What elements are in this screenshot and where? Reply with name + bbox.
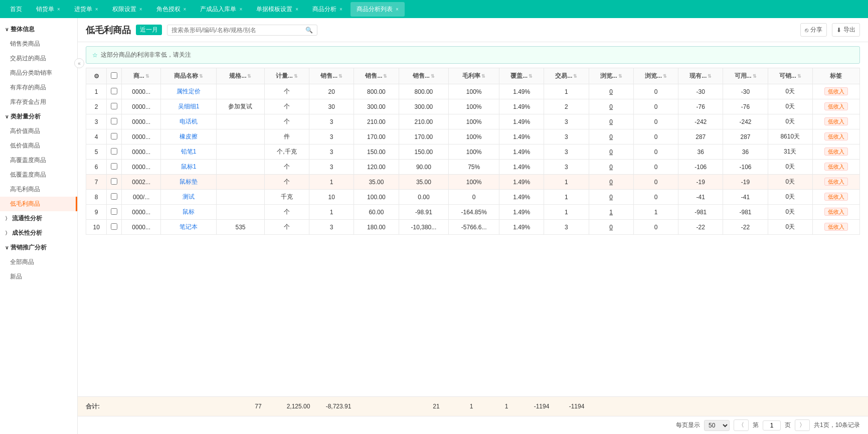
close-product-analysis-icon[interactable]: × bbox=[339, 7, 342, 12]
row-name[interactable]: 铅笔1 bbox=[161, 144, 217, 160]
current-page-input[interactable] bbox=[763, 420, 781, 430]
row-select-checkbox[interactable] bbox=[111, 208, 117, 215]
export-button[interactable]: ⬇ 导出 bbox=[832, 23, 860, 37]
row-select-checkbox[interactable] bbox=[111, 148, 117, 155]
nav-permission-settings[interactable]: 权限设置 × bbox=[106, 2, 148, 17]
close-template-icon[interactable]: × bbox=[295, 7, 298, 12]
row-name[interactable]: 鼠标垫 bbox=[161, 175, 217, 190]
sidebar-item-capital[interactable]: 库存资金占用 bbox=[0, 95, 77, 109]
nav-product-analysis[interactable]: 商品分析 × bbox=[306, 2, 349, 17]
col-coverage[interactable]: 覆盖...⇅ bbox=[499, 68, 544, 84]
row-name[interactable]: 笔记本 bbox=[161, 220, 217, 235]
row-checkbox[interactable] bbox=[107, 144, 122, 160]
row-name[interactable]: 吴细细1 bbox=[161, 99, 217, 114]
row-checkbox[interactable] bbox=[107, 114, 122, 129]
row-name[interactable]: 测试 bbox=[161, 190, 217, 205]
row-select-checkbox[interactable] bbox=[111, 118, 117, 124]
nav-finished-goods[interactable]: 产成品入库单 × bbox=[194, 2, 248, 17]
row-views1[interactable]: 0 bbox=[589, 99, 633, 114]
col-available[interactable]: 可用...⇅ bbox=[723, 68, 768, 84]
col-sales-qty[interactable]: 销售...⇅ bbox=[309, 68, 354, 84]
close-finished-goods-icon[interactable]: × bbox=[239, 7, 242, 12]
nav-product-analysis-list[interactable]: 商品分析列表 × bbox=[351, 2, 405, 17]
sidebar-item-high-margin[interactable]: 高毛利商品 bbox=[0, 182, 77, 197]
row-checkbox[interactable] bbox=[107, 160, 122, 175]
prev-page-button[interactable]: 〈 bbox=[734, 419, 749, 431]
sidebar-item-new-goods[interactable]: 新品 bbox=[0, 269, 77, 284]
col-trade-count[interactable]: 交易...⇅ bbox=[544, 68, 589, 84]
col-views2[interactable]: 浏览...⇅ bbox=[633, 68, 678, 84]
row-select-checkbox[interactable] bbox=[111, 193, 117, 200]
sidebar-item-all-goods[interactable]: 全部商品 bbox=[0, 255, 77, 269]
share-button[interactable]: ⎋ 分享 bbox=[800, 23, 827, 37]
col-sales-price[interactable]: 销售...⇅ bbox=[354, 68, 399, 84]
row-views1[interactable]: 0 bbox=[589, 220, 633, 235]
close-analysis-list-icon[interactable]: × bbox=[396, 7, 399, 12]
row-checkbox[interactable] bbox=[107, 99, 122, 114]
row-views1[interactable]: 0 bbox=[589, 175, 633, 190]
col-sales-amount[interactable]: 销售...⇅ bbox=[399, 68, 449, 84]
sidebar-collapse-button[interactable]: « bbox=[74, 58, 84, 68]
nav-home[interactable]: 首页 bbox=[4, 2, 28, 17]
col-current-stock[interactable]: 现有...⇅ bbox=[678, 68, 723, 84]
row-select-checkbox[interactable] bbox=[111, 103, 117, 109]
row-select-checkbox[interactable] bbox=[111, 178, 117, 185]
close-role-auth-icon[interactable]: × bbox=[184, 7, 187, 12]
date-filter-tag[interactable]: 近一月 bbox=[136, 25, 162, 35]
col-unit[interactable]: 计量...⇅ bbox=[264, 68, 309, 84]
close-permission-icon[interactable]: × bbox=[139, 7, 142, 12]
col-views1[interactable]: 浏览...⇅ bbox=[589, 68, 633, 84]
row-checkbox[interactable] bbox=[107, 175, 122, 190]
sidebar-section-quantity[interactable]: ∨ 类射量分析 bbox=[0, 109, 77, 124]
sidebar-item-low-margin[interactable]: 低毛利商品 bbox=[0, 197, 77, 211]
row-name[interactable]: 鼠标 bbox=[161, 205, 217, 220]
row-views1[interactable]: 0 bbox=[589, 144, 633, 160]
row-select-checkbox[interactable] bbox=[111, 133, 117, 139]
sidebar-item-category-rate[interactable]: 商品分类助销率 bbox=[0, 66, 77, 80]
row-checkbox[interactable] bbox=[107, 220, 122, 235]
sidebar-item-in-stock[interactable]: 有库存的商品 bbox=[0, 80, 77, 95]
search-input[interactable] bbox=[171, 27, 303, 34]
row-name[interactable]: 电话机 bbox=[161, 114, 217, 129]
col-saleable[interactable]: 可销...⇅ bbox=[768, 68, 812, 84]
nav-purchase-order[interactable]: 进货单 × bbox=[68, 2, 104, 17]
sidebar-section-overall[interactable]: ∨ 整体信息 bbox=[0, 22, 77, 37]
col-tag[interactable]: 标签 bbox=[812, 68, 859, 84]
next-page-button[interactable]: 〉 bbox=[795, 419, 810, 431]
row-checkbox[interactable] bbox=[107, 190, 122, 205]
sidebar-item-traded-goods[interactable]: 交易过的商品 bbox=[0, 51, 77, 66]
nav-template-settings[interactable]: 单据模板设置 × bbox=[250, 2, 304, 17]
row-checkbox[interactable] bbox=[107, 129, 122, 144]
row-views1[interactable]: 0 bbox=[589, 160, 633, 175]
row-select-checkbox[interactable] bbox=[111, 88, 117, 94]
close-sales-order-icon[interactable]: × bbox=[57, 7, 60, 12]
col-name[interactable]: 商品名称⇅ bbox=[161, 68, 217, 84]
sidebar-item-high-value[interactable]: 高价值商品 bbox=[0, 124, 77, 138]
sidebar-item-high-coverage[interactable]: 高覆盖度商品 bbox=[0, 153, 77, 168]
row-name[interactable]: 橡皮擦 bbox=[161, 129, 217, 144]
row-checkbox[interactable] bbox=[107, 84, 122, 99]
select-all-checkbox[interactable] bbox=[111, 72, 117, 79]
close-purchase-order-icon[interactable]: × bbox=[95, 7, 98, 12]
row-name[interactable]: 属性定价 bbox=[161, 84, 217, 99]
row-name[interactable]: 鼠标1 bbox=[161, 160, 217, 175]
sidebar-section-growth[interactable]: 〉 成长性分析 bbox=[0, 226, 77, 240]
sidebar-item-sales-goods[interactable]: 销售类商品 bbox=[0, 37, 77, 51]
row-views1[interactable]: 1 bbox=[589, 205, 633, 220]
col-settings[interactable]: ⚙ bbox=[86, 68, 107, 84]
row-checkbox[interactable] bbox=[107, 205, 122, 220]
col-gross-margin[interactable]: 毛利率⇅ bbox=[449, 68, 499, 84]
nav-sales-order[interactable]: 销货单 × bbox=[30, 2, 66, 17]
col-code[interactable]: 商...⇅ bbox=[122, 68, 161, 84]
per-page-select[interactable]: 50 100 200 bbox=[704, 420, 730, 431]
row-views1[interactable]: 0 bbox=[589, 190, 633, 205]
sidebar-section-marketing[interactable]: ∨ 营销推广分析 bbox=[0, 240, 77, 255]
col-checkbox-all[interactable] bbox=[107, 68, 122, 84]
row-select-checkbox[interactable] bbox=[111, 223, 117, 230]
row-views1[interactable]: 0 bbox=[589, 129, 633, 144]
nav-role-auth[interactable]: 角色授权 × bbox=[150, 2, 193, 17]
search-box[interactable]: 🔍 bbox=[167, 25, 317, 36]
sidebar-section-liquidity[interactable]: 〉 流通性分析 bbox=[0, 211, 77, 226]
row-select-checkbox[interactable] bbox=[111, 163, 117, 170]
sidebar-item-low-value[interactable]: 低价值商品 bbox=[0, 138, 77, 153]
